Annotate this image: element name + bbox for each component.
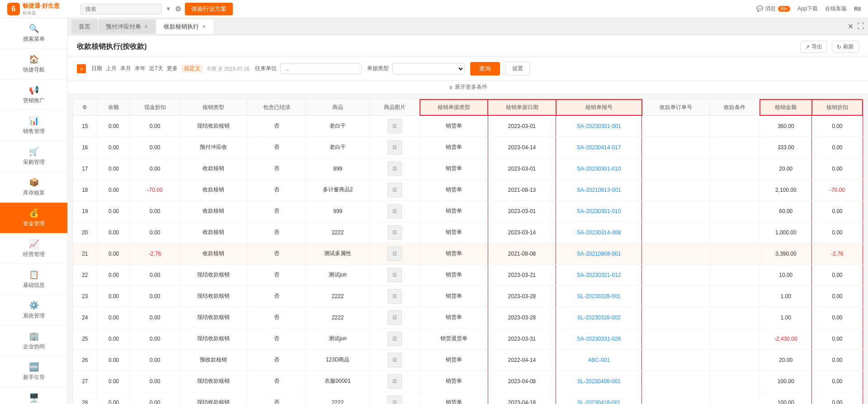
td-bill-report-date: 2023-03-01: [488, 200, 556, 222]
td-include-settled: 否: [247, 349, 306, 371]
th-cash-discount: 现金折扣: [130, 100, 180, 115]
td-bill-report-date: 2023-04-18: [488, 392, 556, 404]
tab-receipt-verify-close-icon[interactable]: ✕: [202, 24, 206, 30]
sidebar-item-quick-nav[interactable]: 🏠 快捷导航: [0, 49, 67, 80]
filter-date-more[interactable]: 更多: [167, 65, 178, 72]
settings-icon[interactable]: ⚙: [175, 5, 181, 13]
td-verify-type: 预付冲应收: [180, 137, 247, 158]
td-receipt-condition: [709, 243, 760, 264]
sidebar-item-guide[interactable]: 🆕 新手引导: [0, 356, 67, 387]
td-verify-type: 现结收款核销: [180, 328, 247, 349]
td-cash-discount: -70.00: [130, 179, 180, 200]
td-bill-report-no[interactable]: SL-20230328-002: [556, 307, 642, 328]
td-bill-report-date: 2023-03-28: [488, 307, 556, 328]
tab-home[interactable]: 首页: [71, 19, 98, 34]
td-cash-discount: 0.00: [130, 307, 180, 328]
td-include-settled: 否: [247, 222, 306, 243]
td-verify-amount: 3,390.00: [760, 243, 812, 264]
td-balance: 0.00: [97, 349, 130, 371]
top-search-input[interactable]: [80, 4, 162, 14]
td-verify-amount: 1.00: [760, 307, 812, 328]
filter-expand-btn[interactable]: »: [77, 64, 86, 73]
filter-settings-btn[interactable]: 设置: [505, 62, 530, 76]
td-verify-amount: 100.00: [760, 371, 812, 392]
td-bill-report-no[interactable]: SA-20210808-001: [556, 243, 642, 264]
sidebar-item-operations[interactable]: 📈 经营管理: [0, 233, 67, 264]
table-row: 210.00-2.76收款核销否测试多属性🖼销货单2021-08-08SA-20…: [73, 243, 863, 264]
product-image-placeholder: 🖼: [387, 247, 402, 261]
th-settings[interactable]: ⚙: [73, 100, 97, 115]
sidebar-item-system[interactable]: ⚙️ 系统管理: [0, 295, 67, 326]
td-bill-report-no[interactable]: SA-20230331-026: [556, 328, 642, 349]
filter-custom-btn[interactable]: 自定义: [181, 64, 203, 73]
sidebar-item-corp[interactable]: 🏢 企业协同: [0, 326, 67, 356]
td-receipt-condition: [709, 158, 760, 179]
td-verify-discount: 0.00: [812, 307, 863, 328]
td-receipt-order-no: [642, 264, 710, 285]
td-bill-report-no[interactable]: SA-20230314-008: [556, 222, 642, 243]
sidebar-item-basic[interactable]: 📋 基础信息: [0, 264, 67, 295]
td-verify-type: 收款核销: [180, 200, 247, 222]
expand-more-btn[interactable]: ∨ 展开更多条件: [443, 81, 493, 94]
filter-date-this-year[interactable]: 本年: [135, 65, 146, 72]
td-cash-discount: 0.00: [130, 158, 180, 179]
tab-receipt-verify-label: 收款核销执行: [164, 23, 199, 31]
td-bill-report-no[interactable]: SA-20210813-001: [556, 179, 642, 200]
td-product: 多计量商品2: [306, 179, 370, 200]
filter-date-this-month[interactable]: 本月: [120, 65, 131, 72]
td-bill-report-date: 2023-03-28: [488, 285, 556, 307]
messages-btn[interactable]: 💬 消息 99+: [756, 5, 790, 13]
online-service-btn[interactable]: 在线客服: [825, 5, 847, 13]
td-bill-report-no[interactable]: SA-20230414-017: [556, 137, 642, 158]
export-btn[interactable]: ↗ 导出: [800, 41, 827, 53]
tab-expand-btn[interactable]: ⛶: [857, 22, 864, 31]
td-verify-discount: 0.00: [812, 158, 863, 179]
top-search-area: ▼ ⚙ 体验行业方案: [80, 3, 751, 15]
tab-prepay-close-icon[interactable]: ✕: [144, 24, 148, 30]
sidebar-item-inventory[interactable]: 📦 库存核算: [0, 172, 67, 203]
td-receipt-order-no: [642, 222, 710, 243]
table-row: 170.000.00收款核销否999🖼销货单2023-03-01SA-20230…: [73, 158, 863, 179]
tab-prepay[interactable]: 预付冲应付单 ✕: [99, 19, 156, 34]
tab-receipt-verify[interactable]: 收款核销执行 ✕: [156, 19, 213, 34]
td-product-image: 🖼: [369, 349, 420, 371]
td-bill-report-no[interactable]: SA-20230301-010: [556, 158, 642, 179]
td-bill-report-no[interactable]: SA-20230321-012: [556, 264, 642, 285]
tab-prepay-label: 预付冲应付单: [106, 23, 141, 31]
filter-bill-type-select[interactable]: [392, 63, 465, 75]
td-bill-report-no[interactable]: SL-20230408-001: [556, 371, 642, 392]
td-verify-amount: 333.00: [760, 137, 812, 158]
td-balance: 0.00: [97, 222, 130, 243]
refresh-btn[interactable]: ↻ 刷新: [832, 41, 859, 53]
dropdown-arrow-icon[interactable]: ▼: [165, 5, 171, 12]
tab-close-btn[interactable]: ✕: [848, 22, 854, 31]
td-cash-discount: 0.00: [130, 115, 180, 137]
td-balance: 0.00: [97, 285, 130, 307]
sidebar-item-sales[interactable]: 📊 销售管理: [0, 110, 67, 141]
filter-date-7days[interactable]: 近7天: [149, 65, 163, 72]
query-btn[interactable]: 查询: [470, 62, 500, 76]
sidebar-item-search-menu[interactable]: 🔍 搜索菜单: [0, 18, 67, 49]
filter-counterparty-input[interactable]: [280, 63, 362, 74]
sidebar-item-finance[interactable]: 💰 资金管理: [0, 203, 67, 233]
sidebar-item-marketing[interactable]: 📢 营销推广: [0, 80, 67, 110]
td-bill-report-no[interactable]: SL-20230328-001: [556, 285, 642, 307]
td-receipt-condition: [709, 307, 760, 328]
td-bill-report-no[interactable]: SA-20230301-001: [556, 115, 642, 137]
finance-icon: 💰: [29, 208, 39, 218]
filter-date-last-month[interactable]: 上月: [106, 65, 117, 72]
expand-down-icon: ∨: [449, 84, 453, 90]
app-download-btn[interactable]: App下载: [797, 5, 818, 13]
industry-btn[interactable]: 体验行业方案: [185, 3, 233, 15]
td-receipt-condition: [709, 328, 760, 349]
sidebar-item-hardware[interactable]: 🖥️ 智能硬件: [0, 387, 67, 404]
td-bill-report-no[interactable]: SA-20230301-010: [556, 200, 642, 222]
td-no: 25: [73, 328, 97, 349]
page-header: 收款核销执行(按收款) ↗ 导出 ↻ 刷新: [68, 35, 868, 57]
td-no: 28: [73, 392, 97, 404]
td-bill-report-type: 销货单: [420, 285, 488, 307]
sidebar-item-purchase[interactable]: 🛒 采购管理: [0, 141, 67, 172]
td-bill-report-date: 2023-03-01: [488, 158, 556, 179]
td-bill-report-no[interactable]: ABC-001: [556, 349, 642, 371]
td-bill-report-no[interactable]: SL-20230418-001: [556, 392, 642, 404]
